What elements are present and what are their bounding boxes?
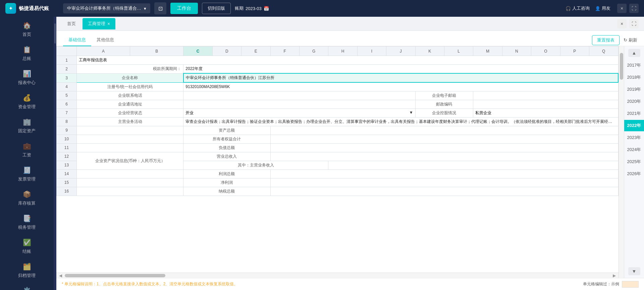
refresh-btn[interactable]: ↻ 刷新 xyxy=(624,37,637,43)
h-scrollbar[interactable]: ◀ ▶ xyxy=(56,273,619,278)
total-tax-value-cell[interactable] xyxy=(270,187,618,196)
sidebar-item-settings[interactable]: ⚙️ 设置 xyxy=(0,282,54,290)
sidebar-item-invoice[interactable]: 🧾 发票管理 xyxy=(0,161,54,186)
total-profit-value-cell[interactable] xyxy=(270,169,618,178)
company-icon-btn[interactable]: ⊡ xyxy=(154,2,166,14)
total-assets-value-cell[interactable] xyxy=(270,126,618,135)
year-item-2026[interactable]: 2026年 xyxy=(624,168,644,179)
total-revenue-value-cell[interactable] xyxy=(270,152,618,161)
table-row: 10 所有者权益合计 xyxy=(57,135,619,143)
net-profit-label-cell: 净利润 xyxy=(183,178,270,187)
sidebar-item-close-account[interactable]: ✅ 结账 xyxy=(0,234,54,258)
v-scrollbar[interactable] xyxy=(619,46,624,278)
close-window-btn[interactable]: × xyxy=(617,4,627,13)
year-down-btn[interactable]: ▼ xyxy=(628,267,640,275)
year-item-2023[interactable]: 2023年 xyxy=(624,132,644,143)
sidebar-item-ledger[interactable]: 📋 总账 xyxy=(0,41,54,65)
control-value-cell[interactable]: 私营企业 xyxy=(473,108,618,117)
row-num-4: 4 xyxy=(57,82,77,91)
sub-tab-actions: 重置报表 ↻ 刷新 xyxy=(592,35,637,45)
address-value-cell[interactable] xyxy=(183,100,415,108)
reg-num-value-cell[interactable]: 91320100MA208E5W6K xyxy=(183,82,618,91)
year-sidebar: ▲ 2017年 2018年 2019年 2020年 2021年 2022年 20… xyxy=(624,46,644,278)
main-revenue-value-cell[interactable] xyxy=(328,161,618,169)
col-header-g: G xyxy=(299,47,328,56)
row-num-13: 13 xyxy=(57,161,77,169)
table-row: 6 企业通讯地址 邮政编码 xyxy=(57,100,619,108)
hscroll-left-arrow[interactable]: ◀ xyxy=(58,273,63,278)
year-sidebar-header: ▲ xyxy=(628,46,640,60)
maximize-window-btn[interactable]: ⛶ xyxy=(629,4,639,13)
liabilities-value-cell[interactable] xyxy=(270,143,618,152)
sidebar-item-tax[interactable]: 📑 税务管理 xyxy=(0,210,54,234)
period-area: 账期 2023-03 📅 xyxy=(235,5,269,11)
sidebar-item-assets[interactable]: 🏢 固定资产 xyxy=(0,113,54,137)
company-name-value-cell[interactable]: 中审众环会计师事务所（特殊普通合伙）江苏分所 xyxy=(183,73,618,82)
sub-tab-basic-info[interactable]: 基础信息 xyxy=(63,34,91,46)
table-row: 9 资产总额 xyxy=(57,126,619,135)
sidebar-item-funds[interactable]: 💰 资金管理 xyxy=(0,89,54,113)
net-profit-value-cell[interactable] xyxy=(270,178,618,187)
table-row: 7 企业经营状态 开业 ▼ 企业控股情况 私营企业 xyxy=(57,108,619,117)
email-value-cell[interactable] xyxy=(473,91,618,100)
logo-icon: ✦ xyxy=(5,3,16,14)
col-header-p: P xyxy=(560,47,589,56)
tab-close-btn[interactable]: × xyxy=(107,21,110,26)
archive-icon: 🗂️ xyxy=(23,263,31,271)
col-header-o: O xyxy=(531,47,560,56)
year-item-2025[interactable]: 2025年 xyxy=(624,156,644,167)
table-row: 1 工商年报信息表 xyxy=(57,56,619,65)
invoice-icon: 🧾 xyxy=(23,166,31,174)
equity-value-cell[interactable] xyxy=(270,135,618,143)
year-item-2020[interactable]: 2020年 xyxy=(624,96,644,107)
year-up-btn[interactable]: ▲ xyxy=(628,49,640,57)
h-scroll-thumb[interactable] xyxy=(65,274,165,277)
sidebar-item-salary[interactable]: 💼 工资 xyxy=(0,137,54,161)
sidebar-scrollbar[interactable] xyxy=(54,17,56,290)
panel-close-btn[interactable]: × xyxy=(617,19,627,28)
sidebar-item-inventory[interactable]: 📦 库存核算 xyxy=(0,186,54,210)
postcode-value-cell[interactable] xyxy=(473,100,618,108)
tab-home[interactable]: 首页 xyxy=(62,18,81,29)
sheet-scroll-area[interactable]: A B C D E F G H I J xyxy=(56,46,619,273)
sidebar-item-reports[interactable]: 📊 报表中心 xyxy=(0,65,54,89)
year-item-2018[interactable]: 2018年 xyxy=(624,72,644,83)
year-item-2019[interactable]: 2019年 xyxy=(624,84,644,95)
biz-status-value-cell[interactable]: 开业 ▼ xyxy=(183,108,415,117)
workbench-button[interactable]: 工作台 xyxy=(170,3,198,14)
hscroll-right-arrow[interactable]: ▶ xyxy=(611,273,617,278)
row-num-9: 9 xyxy=(57,126,77,135)
year-item-2017[interactable]: 2017年 xyxy=(624,60,644,71)
old-version-button[interactable]: 切到旧版 xyxy=(202,3,231,14)
year-item-2022[interactable]: 2022年 xyxy=(624,120,644,131)
sidebar-item-home[interactable]: 🏠 首页 xyxy=(0,17,54,41)
row-num-8: 8 xyxy=(57,117,77,126)
col-header-e: E xyxy=(241,47,270,56)
spreadsheet-table: A B C D E F G H I J xyxy=(56,46,619,196)
tab-business-management[interactable]: 工商管理 × xyxy=(83,18,115,29)
company-selector[interactable]: 中审众环会计师事务所（特殊普通合伙... ▾ xyxy=(63,3,150,13)
ai-consult-btn[interactable]: 🎧 人工咨询 xyxy=(566,5,590,11)
sidebar-item-label-archive: 归档管理 xyxy=(18,273,36,279)
calendar-icon[interactable]: 📅 xyxy=(264,6,269,11)
sheet-title-cell[interactable]: 工商年报信息表 xyxy=(77,56,619,65)
phone-value-cell[interactable] xyxy=(183,91,415,100)
row-num-1: 1 xyxy=(57,56,77,65)
sub-tab-other-info[interactable]: 其他信息 xyxy=(91,34,119,46)
panel-expand-btn[interactable]: ⛶ xyxy=(629,19,639,28)
sidebar-item-label-inventory: 库存核算 xyxy=(18,200,36,206)
table-row: 16 纳税总额 xyxy=(57,187,619,196)
sidebar-item-label-funds: 资金管理 xyxy=(18,104,36,110)
v-scroll-thumb[interactable] xyxy=(620,53,623,80)
postcode-label-cell: 邮政编码 xyxy=(415,100,473,108)
tax-period-value-cell[interactable]: 2022年度 xyxy=(183,65,618,74)
sidebar-item-archive[interactable]: 🗂️ 归档管理 xyxy=(0,258,54,282)
user-btn[interactable]: 👤 用友 xyxy=(595,5,610,11)
reset-report-btn[interactable]: 重置报表 xyxy=(592,35,620,45)
main-biz-value-cell[interactable]: 审查企业会计报表；出具审计报告；验证企业资本；出具验资报告；办理企业合开、分立、… xyxy=(183,117,618,126)
year-item-2024[interactable]: 2024年 xyxy=(624,144,644,155)
equity-label-cell: 所有者权益合计 xyxy=(183,135,270,143)
bottom-note: * 单元格编辑说明：1、点击单元格直接录入数值或文本。2、清空单元格数值或文本恢… xyxy=(62,281,238,287)
close-account-icon: ✅ xyxy=(23,238,31,246)
year-item-2021[interactable]: 2021年 xyxy=(624,108,644,119)
